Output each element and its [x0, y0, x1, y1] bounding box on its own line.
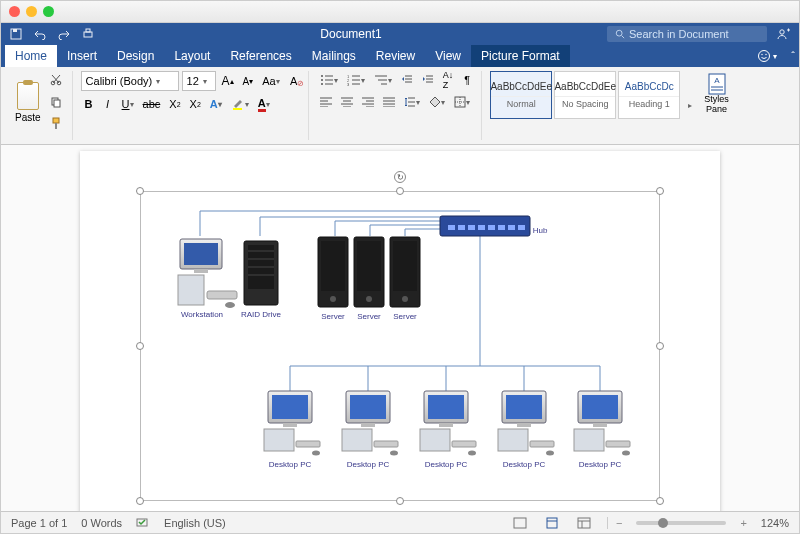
- svg-rect-114: [342, 429, 372, 451]
- tab-insert[interactable]: Insert: [57, 45, 107, 67]
- align-right-button[interactable]: [359, 93, 377, 111]
- feedback-icon[interactable]: ▾: [747, 45, 787, 67]
- desktop-pc-5: Desktop PC: [574, 391, 630, 469]
- search-input[interactable]: Search in Document: [607, 26, 767, 42]
- print-layout-button[interactable]: [543, 516, 561, 530]
- clear-formatting-button[interactable]: A⊘: [286, 72, 302, 90]
- justify-button[interactable]: [380, 93, 398, 111]
- zoom-window-icon[interactable]: [43, 6, 54, 17]
- svg-text:RAID Drive: RAID Drive: [241, 310, 282, 319]
- desktop-pc-3: Desktop PC: [420, 391, 476, 469]
- web-layout-button[interactable]: [575, 516, 593, 530]
- tab-review[interactable]: Review: [366, 45, 425, 67]
- svg-rect-73: [488, 225, 495, 230]
- superscript-button[interactable]: X2: [187, 95, 204, 113]
- svg-point-137: [622, 451, 630, 456]
- tab-view[interactable]: View: [425, 45, 471, 67]
- zoom-thumb[interactable]: [658, 518, 668, 528]
- share-icon[interactable]: [777, 27, 791, 41]
- grow-font-button[interactable]: A▴: [219, 72, 237, 90]
- italic-button[interactable]: I: [100, 95, 116, 113]
- strikethrough-button[interactable]: abc: [140, 95, 164, 113]
- svg-text:Server: Server: [321, 312, 345, 321]
- close-window-icon[interactable]: [9, 6, 20, 17]
- spellcheck-icon[interactable]: [136, 516, 150, 530]
- svg-rect-18: [53, 118, 59, 123]
- underline-button[interactable]: U▾: [119, 95, 137, 113]
- styles-pane-button[interactable]: A Styles Pane: [700, 71, 733, 117]
- font-name-combo[interactable]: Calibri (Body)▾: [81, 71, 179, 91]
- tab-home[interactable]: Home: [5, 45, 57, 67]
- status-language[interactable]: English (US): [164, 517, 226, 529]
- tab-layout[interactable]: Layout: [164, 45, 220, 67]
- svg-text:Server: Server: [357, 312, 381, 321]
- svg-text:Server: Server: [393, 312, 417, 321]
- show-marks-button[interactable]: ¶: [459, 71, 475, 89]
- numbering-button[interactable]: 123▾: [344, 71, 368, 89]
- decrease-indent-button[interactable]: [398, 71, 416, 89]
- svg-point-98: [366, 296, 372, 302]
- bold-button[interactable]: B: [81, 95, 97, 113]
- status-page[interactable]: Page 1 of 1: [11, 517, 67, 529]
- rotation-handle[interactable]: ↻: [394, 171, 406, 183]
- group-paragraph: ▾ 123▾ ▾ A↓Z ¶ ▾ ▾ ▾: [311, 71, 483, 140]
- shrink-font-button[interactable]: A▾: [240, 72, 257, 90]
- selected-picture[interactable]: ↻: [140, 191, 660, 501]
- status-bar: Page 1 of 1 0 Words English (US) − + 124…: [1, 511, 799, 533]
- server-device-3: Server: [390, 237, 420, 321]
- save-icon[interactable]: [9, 27, 23, 41]
- styles-gallery-more[interactable]: ▸: [682, 97, 698, 115]
- tab-references[interactable]: References: [220, 45, 301, 67]
- subscript-button[interactable]: X2: [166, 95, 183, 113]
- tab-mailings[interactable]: Mailings: [302, 45, 366, 67]
- align-left-button[interactable]: [317, 93, 335, 111]
- font-size-combo[interactable]: 12▾: [182, 71, 216, 91]
- line-spacing-button[interactable]: ▾: [401, 93, 423, 111]
- svg-point-10: [761, 54, 762, 55]
- undo-icon[interactable]: [33, 27, 47, 41]
- raid-device: RAID Drive: [241, 241, 282, 319]
- align-center-button[interactable]: [338, 93, 356, 111]
- minimize-window-icon[interactable]: [26, 6, 37, 17]
- status-words[interactable]: 0 Words: [81, 517, 122, 529]
- change-case-button[interactable]: Aa▾: [259, 72, 282, 90]
- zoom-slider[interactable]: [636, 521, 726, 525]
- borders-button[interactable]: ▾: [451, 93, 473, 111]
- mac-titlebar: [1, 1, 799, 23]
- svg-line-5: [622, 36, 625, 39]
- svg-point-6: [780, 30, 784, 34]
- shading-button[interactable]: ▾: [426, 93, 448, 111]
- document-area[interactable]: ↻: [1, 145, 799, 511]
- svg-rect-120: [439, 423, 453, 427]
- style-heading-1[interactable]: AaBbCcDc Heading 1: [618, 71, 680, 119]
- svg-rect-112: [350, 395, 386, 419]
- bullets-button[interactable]: ▾: [317, 71, 341, 89]
- focus-mode-button[interactable]: [511, 516, 529, 530]
- multilevel-list-button[interactable]: ▾: [371, 71, 395, 89]
- redo-icon[interactable]: [57, 27, 71, 41]
- svg-rect-143: [578, 518, 590, 528]
- desktop-pc-2: Desktop PC: [342, 391, 398, 469]
- paste-button[interactable]: Paste: [13, 80, 43, 125]
- tab-picture-format[interactable]: Picture Format: [471, 45, 570, 67]
- svg-rect-71: [468, 225, 475, 230]
- copy-button[interactable]: [46, 93, 66, 111]
- style-normal[interactable]: AaBbCcDdEe Normal: [490, 71, 552, 119]
- highlight-button[interactable]: ▾: [228, 95, 252, 113]
- server-device-1: Server: [318, 237, 348, 321]
- increase-indent-button[interactable]: [419, 71, 437, 89]
- svg-rect-76: [518, 225, 525, 230]
- tab-design[interactable]: Design: [107, 45, 164, 67]
- style-no-spacing[interactable]: AaBbCcDdEe No Spacing: [554, 71, 616, 119]
- text-effects-button[interactable]: A▾: [207, 95, 225, 113]
- collapse-ribbon-icon[interactable]: ˆ: [787, 45, 799, 67]
- font-color-button[interactable]: A▾: [255, 95, 273, 113]
- print-icon[interactable]: [81, 27, 95, 41]
- format-painter-button[interactable]: [46, 115, 66, 133]
- svg-text:Hub: Hub: [533, 226, 548, 235]
- svg-rect-19: [55, 123, 57, 129]
- cut-button[interactable]: [46, 71, 66, 89]
- network-diagram: Hub Workstation RAID Driv: [140, 191, 660, 501]
- zoom-level[interactable]: 124%: [761, 517, 789, 529]
- sort-button[interactable]: A↓Z: [440, 71, 457, 89]
